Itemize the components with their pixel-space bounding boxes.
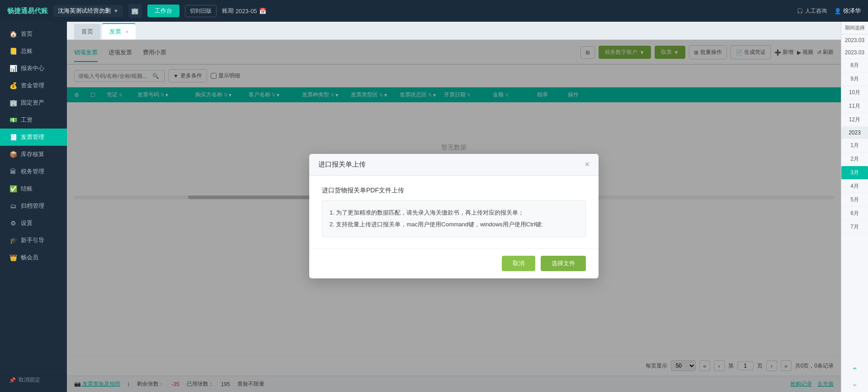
- period-item-4m[interactable]: 4月: [841, 180, 868, 193]
- sidebar-item-payroll[interactable]: 💵 工资: [0, 111, 67, 129]
- sidebar-item-invoice[interactable]: 🧾 发票管理: [0, 129, 67, 146]
- service-button[interactable]: 🎧 人工咨询: [797, 7, 827, 15]
- sidebar: 🏠 首页 📒 总账 📊 报表中心 💰 资金管理 🏢 固定资产 💵 工资 🧾 发票…: [0, 22, 67, 392]
- switch-old-button[interactable]: 切到旧版: [185, 5, 217, 17]
- invoice-icon: 🧾: [9, 133, 17, 141]
- period-item-0[interactable]: 2023.03: [841, 34, 868, 47]
- tab-close-icon[interactable]: ×: [126, 29, 128, 34]
- sidebar-label-home: 首页: [21, 30, 33, 38]
- company-icon-button[interactable]: 🏢: [128, 4, 142, 18]
- sidebar-item-settle[interactable]: ✅ 结账: [0, 180, 67, 197]
- building-icon: 🏢: [131, 8, 139, 14]
- inventory-icon: 📦: [9, 150, 17, 158]
- company-name: 沈海英测试经营勿删: [58, 7, 111, 15]
- dialog-info-item-2: 2. 支持批量上传进口报关单，mac用户使用Command键，windows用户…: [330, 219, 578, 230]
- workspace-button[interactable]: 工作台: [147, 5, 179, 17]
- dialog-section-title: 进口货物报关单PDF文件上传: [322, 186, 586, 195]
- sidebar-item-home[interactable]: 🏠 首页: [0, 25, 67, 43]
- chevron-down-icon: ▼: [113, 8, 118, 14]
- period-panel: 期间选择 2023.03 2023.03 8月 9月 10月 11月 12月 2…: [841, 22, 868, 392]
- top-bar: 畅捷通易代账 沈海英测试经营勿删 ▼ 🏢 工作台 切到旧版 账期 2023-05…: [0, 0, 868, 22]
- period-item-year-2023[interactable]: 2023: [841, 127, 868, 139]
- user-menu[interactable]: 👤 徐泽华: [834, 7, 861, 15]
- headset-icon: 🎧: [797, 8, 803, 14]
- period-item-2m[interactable]: 2月: [841, 153, 868, 166]
- tab-home[interactable]: 首页: [74, 24, 100, 39]
- dialog-close-button[interactable]: ×: [585, 160, 590, 168]
- period-item-1m[interactable]: 1月: [841, 139, 868, 153]
- dialog-confirm-button[interactable]: 选择文件: [541, 256, 586, 271]
- tab-bar: 首页 发票 ×: [67, 22, 841, 40]
- sidebar-item-settings[interactable]: ⚙ 设置: [0, 215, 67, 232]
- main-content: 首页 发票 × 销项发票 进项发票 费用小票: [67, 22, 841, 392]
- pin-toggle[interactable]: 📌 取消固定: [0, 371, 67, 388]
- sidebar-item-report[interactable]: 📊 报表中心: [0, 60, 67, 77]
- dialog-footer: 取消 选择文件: [309, 248, 599, 278]
- sidebar-item-funds[interactable]: 💰 资金管理: [0, 77, 67, 94]
- period-item-9m[interactable]: 9月: [841, 72, 868, 86]
- dialog-overlay[interactable]: 进口报关单上传 × 进口货物报关单PDF文件上传 1. 为了更加精准的数据匹配，…: [67, 40, 841, 392]
- sidebar-label-member: 畅会员: [21, 253, 38, 262]
- top-bar-right: 🎧 人工咨询 👤 徐泽华: [797, 7, 861, 15]
- sidebar-item-assets[interactable]: 🏢 固定资产: [0, 94, 67, 111]
- sidebar-item-ledger[interactable]: 📒 总账: [0, 43, 67, 60]
- content-area: 销项发票 进项发票 费用小票 ⊞ 税务数字账户 ▼: [67, 40, 841, 392]
- sidebar-label-settle: 结账: [21, 185, 33, 193]
- ledger-icon: 📒: [9, 47, 17, 55]
- dialog-body: 进口货物报关单PDF文件上传 1. 为了更加精准的数据匹配，请先录入海关缴款书，…: [309, 176, 599, 248]
- period-item-7m[interactable]: 7月: [841, 220, 868, 234]
- tax-icon: 🏛: [9, 167, 17, 176]
- sidebar-item-inventory[interactable]: 📦 库存核算: [0, 146, 67, 163]
- funds-icon: 💰: [9, 81, 17, 90]
- period-label: 账期: [222, 7, 234, 15]
- period-value: 2023-05: [236, 8, 257, 14]
- sidebar-label-payroll: 工资: [21, 116, 33, 124]
- sidebar-item-member[interactable]: 👑 畅会员: [0, 249, 67, 266]
- app-logo: 畅捷通易代账: [7, 7, 48, 15]
- dialog-title: 进口报关单上传: [318, 160, 366, 169]
- period-panel-title: 期间选择: [841, 22, 868, 34]
- service-label: 人工咨询: [805, 7, 827, 15]
- sidebar-label-funds: 资金管理: [21, 81, 44, 90]
- period-display: 账期 2023-05 📅: [222, 7, 266, 15]
- dialog-info-item-1: 1. 为了更加精准的数据匹配，请先录入海关缴款书，再上传对应的报关单；: [330, 207, 578, 219]
- user-icon: 👤: [834, 8, 841, 14]
- home-icon: 🏠: [9, 30, 17, 38]
- sidebar-item-guide[interactable]: 🎓 新手引导: [0, 232, 67, 249]
- settle-icon: ✅: [9, 185, 17, 193]
- payroll-icon: 💵: [9, 116, 17, 124]
- pin-icon: 📌: [9, 377, 16, 383]
- sidebar-label-guide: 新手引导: [21, 236, 44, 244]
- tab-home-label: 首页: [81, 28, 93, 35]
- period-item-3m[interactable]: 3月: [841, 166, 868, 180]
- tab-invoice[interactable]: 发票 ×: [102, 23, 136, 39]
- calendar-icon[interactable]: 📅: [259, 8, 266, 14]
- period-item-5m[interactable]: 5月: [841, 193, 868, 207]
- period-item-12m[interactable]: 12月: [841, 113, 868, 127]
- settings-icon: ⚙: [9, 219, 17, 227]
- period-item-1[interactable]: 2023.03: [841, 47, 868, 59]
- sidebar-label-tax: 税务管理: [21, 167, 44, 176]
- pin-label: 取消固定: [19, 376, 40, 384]
- sidebar-label-ledger: 总账: [21, 47, 33, 55]
- period-item-8m[interactable]: 8月: [841, 59, 868, 72]
- archive-icon: 🗂: [9, 202, 17, 210]
- dialog-cancel-button[interactable]: 取消: [502, 256, 535, 271]
- sidebar-label-archive: 归档管理: [21, 202, 44, 210]
- assets-icon: 🏢: [9, 99, 17, 107]
- dialog-header: 进口报关单上传 ×: [309, 154, 599, 176]
- sidebar-item-archive[interactable]: 🗂 归档管理: [0, 197, 67, 215]
- chevron-up-icon[interactable]: ⌃: [851, 366, 858, 376]
- member-icon: 👑: [9, 253, 17, 262]
- guide-icon: 🎓: [9, 236, 17, 244]
- chevron-down-icon-period[interactable]: ⌄: [851, 378, 858, 388]
- sidebar-label-settings: 设置: [21, 219, 33, 227]
- period-item-11m[interactable]: 11月: [841, 100, 868, 113]
- period-item-6m[interactable]: 6月: [841, 207, 868, 220]
- period-item-10m[interactable]: 10月: [841, 86, 868, 100]
- main-layout: 🏠 首页 📒 总账 📊 报表中心 💰 资金管理 🏢 固定资产 💵 工资 🧾 发票…: [0, 22, 868, 392]
- sidebar-label-invoice: 发票管理: [21, 133, 44, 141]
- sidebar-item-tax[interactable]: 🏛 税务管理: [0, 163, 67, 180]
- company-selector[interactable]: 沈海英测试经营勿删 ▼: [53, 5, 123, 17]
- sidebar-label-report: 报表中心: [21, 64, 44, 72]
